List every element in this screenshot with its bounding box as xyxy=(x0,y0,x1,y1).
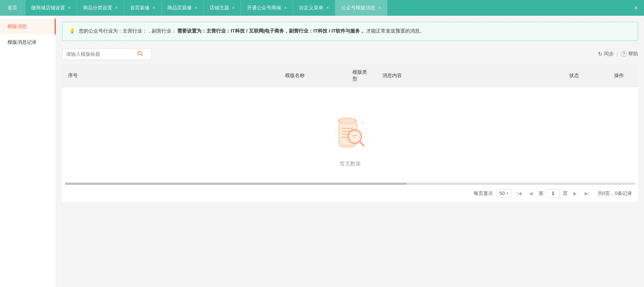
horizontal-scrollbar[interactable] xyxy=(62,182,638,185)
next-page-btn[interactable]: ▶ xyxy=(571,189,580,198)
notice-bulb-icon: 💡 xyxy=(69,28,75,34)
prev-page-btn[interactable]: ◀ xyxy=(527,189,536,198)
close-micro-shop-icon[interactable]: × xyxy=(68,5,71,10)
close-open-mall-icon[interactable]: × xyxy=(284,5,287,10)
table-empty-row: 暂无数据 xyxy=(62,87,638,182)
sidebar-item-template-msg[interactable]: 模版消息 xyxy=(0,19,56,34)
col-seq: 序号 xyxy=(62,64,279,87)
svg-point-13 xyxy=(350,132,359,141)
search-icon[interactable] xyxy=(137,51,143,58)
last-page-btn[interactable]: ▶| xyxy=(583,189,592,198)
col-content: 消息内容 xyxy=(376,64,563,87)
nav-tab-micro-shop[interactable]: 微商城店铺设置 × xyxy=(25,0,77,16)
nav-tab-product-category[interactable]: 商品分类设置 × xyxy=(77,0,124,16)
empty-illustration xyxy=(328,110,373,155)
first-page-btn[interactable]: |◀ xyxy=(515,189,524,198)
svg-point-16 xyxy=(362,122,364,123)
nav-tab-open-mall-label: 开通公众号商城 xyxy=(247,4,281,11)
data-table: 序号 模版名称 模版类型 消息内容 状态 操作 xyxy=(62,64,638,182)
nav-tab-template-msg[interactable]: 公众号模版消息 × xyxy=(335,0,387,16)
help-label: 帮助 xyxy=(628,51,638,57)
nav-tab-custom-menu-label: 自定义菜单 xyxy=(299,4,323,11)
nav-tab-product-decor[interactable]: 商品页装修 × xyxy=(161,0,204,16)
chevron-down-icon: ▾ xyxy=(506,191,508,195)
nav-tab-home-decor[interactable]: 首页装修 × xyxy=(124,0,161,16)
svg-point-18 xyxy=(335,129,336,131)
svg-point-17 xyxy=(364,128,366,129)
top-nav: 首页 微商城店铺设置 × 商品分类设置 × 首页装修 × 商品页装修 × 店铺主… xyxy=(0,0,644,16)
col-name: 模版名称 xyxy=(279,64,346,87)
page-label-suffix: 页 xyxy=(563,190,568,197)
search-bar: ↻ 同步 | ? 帮助 xyxy=(62,48,638,60)
sync-label: 同步 xyxy=(604,51,614,57)
nav-tab-custom-menu[interactable]: 自定义菜单 × xyxy=(293,0,335,16)
col-type: 模版类型 xyxy=(346,64,376,87)
nav-tab-home[interactable]: 首页 xyxy=(0,0,25,16)
col-status: 状态 xyxy=(563,64,608,87)
svg-line-1 xyxy=(141,54,143,56)
close-product-decor-icon[interactable]: × xyxy=(195,5,197,10)
nav-tab-micro-shop-label: 微商城店铺设置 xyxy=(31,4,65,11)
scrollbar-thumb xyxy=(65,183,407,185)
main-layout: 模版消息 模版消息记录 💡 您的公众号行业为：主营行业：，副营行业： 需要设置为… xyxy=(0,16,644,287)
total-info: 共0页，0条记录 xyxy=(598,190,632,197)
nav-tab-home-decor-label: 首页装修 xyxy=(130,4,150,11)
notice-box: 💡 您的公众号行业为：主营行业：，副营行业： 需要设置为：主营行业：IT科技 /… xyxy=(62,22,638,41)
close-home-decor-icon[interactable]: × xyxy=(152,5,155,10)
help-button[interactable]: ? 帮助 xyxy=(621,51,638,57)
close-product-category-icon[interactable]: × xyxy=(115,5,118,10)
notice-text-suffix: 才能正常发送预置的消息。 xyxy=(366,28,425,34)
sync-icon: ↻ xyxy=(598,51,603,57)
divider: | xyxy=(617,51,618,57)
nav-tab-open-mall[interactable]: 开通公众号商城 × xyxy=(241,0,293,16)
page-size-select[interactable]: 50 ▾ xyxy=(496,189,511,198)
scrollbar-track xyxy=(65,183,635,185)
sync-button[interactable]: ↻ 同步 xyxy=(598,51,614,57)
empty-text: 暂无数据 xyxy=(340,161,361,167)
search-input-wrap[interactable] xyxy=(62,48,152,60)
empty-state: 暂无数据 xyxy=(62,87,638,182)
nav-tab-home-label: 首页 xyxy=(7,4,17,11)
close-shop-theme-icon[interactable]: × xyxy=(232,5,235,10)
close-custom-menu-icon[interactable]: × xyxy=(326,5,329,10)
sidebar: 模版消息 模版消息记录 xyxy=(0,16,56,287)
page-size-label: 每页显示 xyxy=(474,190,493,197)
nav-tab-shop-theme[interactable]: 店铺主题 × xyxy=(204,0,241,16)
page-label-prefix: 第 xyxy=(539,190,543,197)
table-container: 序号 模版名称 模版类型 消息内容 状态 操作 xyxy=(62,64,638,202)
nav-tab-template-msg-label: 公众号模版消息 xyxy=(341,4,375,11)
help-icon: ? xyxy=(621,51,627,57)
page-size-value: 50 xyxy=(499,190,505,196)
search-input[interactable] xyxy=(66,51,137,57)
close-all-button[interactable]: × xyxy=(628,4,644,12)
search-right-actions: ↻ 同步 | ? 帮助 xyxy=(598,51,638,57)
col-action: 操作 xyxy=(608,64,638,87)
pagination: 每页显示 50 ▾ |◀ ◀ 第 页 ▶ ▶| 共0页，0条记录 xyxy=(62,185,638,202)
nav-tab-product-category-label: 商品分类设置 xyxy=(83,4,112,11)
svg-point-6 xyxy=(340,119,355,123)
table-header-row: 序号 模版名称 模版类型 消息内容 状态 操作 xyxy=(62,64,638,87)
main-content: 💡 您的公众号行业为：主营行业：，副营行业： 需要设置为：主营行业：IT科技 /… xyxy=(56,16,644,287)
notice-highlight: 需要设置为：主营行业：IT科技 / 互联网|电子商务，副营行业：IT科技 / I… xyxy=(177,28,365,34)
nav-tab-shop-theme-label: 店铺主题 xyxy=(210,4,229,11)
notice-text-prefix: 您的公众号行业为：主营行业：，副营行业： xyxy=(79,28,176,34)
sidebar-item-template-msg-record[interactable]: 模版消息记录 xyxy=(0,34,56,50)
page-input[interactable] xyxy=(546,189,560,198)
nav-tab-product-decor-label: 商品页装修 xyxy=(167,4,192,11)
close-template-msg-icon[interactable]: × xyxy=(378,5,381,10)
